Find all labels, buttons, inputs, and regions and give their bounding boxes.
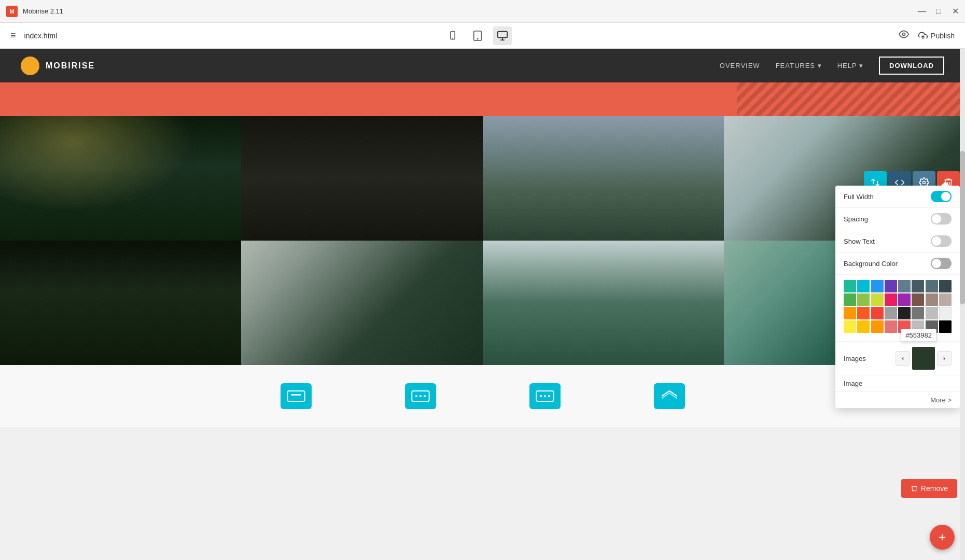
color-swatch[interactable] [939, 293, 952, 306]
color-swatch[interactable] [885, 320, 897, 333]
close-button[interactable]: ✕ [952, 8, 959, 15]
color-swatch[interactable] [912, 293, 924, 306]
spacing-row: Spacing [835, 208, 960, 230]
color-swatch[interactable] [939, 307, 952, 319]
bottom-section [0, 365, 965, 427]
color-swatch[interactable] [844, 320, 856, 333]
add-fab-button[interactable]: + [930, 525, 955, 550]
svg-rect-18 [287, 391, 304, 401]
images-label: Images [844, 355, 866, 362]
svg-line-14 [26, 62, 27, 63]
color-swatch[interactable] [885, 293, 897, 306]
svg-rect-19 [291, 394, 301, 396]
gallery-cell-6 [241, 241, 482, 365]
color-swatch[interactable] [898, 293, 911, 306]
color-swatch[interactable] [857, 293, 870, 306]
color-swatch[interactable] [926, 293, 938, 306]
more-link[interactable]: More > [835, 392, 960, 408]
show-text-toggle[interactable] [931, 235, 952, 247]
teal-icon-1 [281, 383, 312, 409]
color-swatch[interactable] [871, 320, 884, 333]
color-palette [844, 280, 952, 333]
mobile-view-button[interactable] [443, 26, 462, 45]
images-controls: ‹ › [896, 347, 952, 370]
fab-icon: + [939, 530, 946, 544]
bg-color-row: Background Color [835, 253, 960, 275]
color-swatch[interactable] [871, 280, 884, 292]
svg-point-27 [548, 395, 550, 397]
publish-label: Publish [931, 32, 955, 40]
color-swatch[interactable] [939, 320, 952, 333]
color-swatch[interactable] [844, 280, 856, 292]
remove-button[interactable]: Remove [901, 479, 957, 498]
images-prev-button[interactable]: ‹ [896, 351, 910, 366]
icon-item-2 [405, 383, 436, 409]
color-swatch[interactable] [926, 280, 938, 292]
scrollbar-thumb[interactable] [960, 151, 965, 304]
color-hex-tooltip: #553982 [901, 329, 936, 342]
site-logo-text: MOBIRISE [46, 61, 95, 71]
teal-icon-2 [405, 383, 436, 409]
full-width-toggle[interactable] [931, 191, 952, 202]
spacing-label: Spacing [844, 215, 868, 223]
svg-point-21 [415, 395, 417, 397]
color-swatch[interactable] [871, 293, 884, 306]
svg-line-17 [26, 68, 27, 70]
svg-point-25 [540, 395, 542, 397]
download-button[interactable]: DOWNLOAD [879, 57, 944, 75]
tablet-view-button[interactable] [468, 26, 487, 45]
site-logo-icon [21, 57, 39, 75]
color-swatch[interactable] [926, 307, 938, 319]
color-swatch[interactable] [912, 307, 924, 319]
image-label-row: Image [835, 375, 960, 392]
color-swatch[interactable] [857, 280, 870, 292]
spacing-toggle[interactable] [931, 213, 952, 225]
svg-point-7 [903, 33, 905, 36]
hamburger-icon[interactable]: ≡ [10, 30, 16, 41]
svg-line-15 [33, 68, 34, 70]
color-swatch[interactable] [857, 307, 870, 319]
minimize-button[interactable]: — [918, 8, 926, 15]
color-swatch[interactable] [857, 320, 870, 333]
color-swatch[interactable] [885, 280, 897, 292]
striped-section [737, 82, 965, 116]
scrollbar-track[interactable] [960, 49, 965, 560]
toolbar: ≡ index.html Publish [0, 23, 965, 49]
color-swatch[interactable] [844, 293, 856, 306]
site-nav-links: OVERVIEW FEATURES ▾ HELP ▾ DOWNLOAD [720, 57, 944, 75]
images-next-button[interactable]: › [937, 351, 952, 366]
window-controls: — □ ✕ [918, 8, 959, 15]
nav-features[interactable]: FEATURES ▾ [776, 62, 822, 69]
color-swatch[interactable] [871, 307, 884, 319]
file-name: index.html [24, 32, 58, 40]
maximize-button[interactable]: □ [935, 8, 942, 15]
image-thumbnail-1[interactable] [912, 347, 935, 370]
color-swatch[interactable] [898, 307, 911, 319]
website-content: MOBIRISE OVERVIEW FEATURES ▾ HELP ▾ DOWN… [0, 49, 965, 560]
image-label: Image [844, 380, 862, 387]
svg-point-28 [923, 181, 926, 184]
svg-point-22 [419, 395, 422, 397]
images-section: Images ‹ › [835, 342, 960, 375]
toolbar-left: ≡ index.html [10, 30, 57, 41]
site-logo: MOBIRISE [21, 57, 95, 75]
svg-rect-4 [498, 31, 507, 37]
color-swatch[interactable] [898, 280, 911, 292]
gallery-cell-7 [483, 241, 724, 365]
icon-item-1 [281, 383, 312, 409]
nav-help[interactable]: HELP ▾ [837, 62, 863, 69]
color-swatch[interactable] [912, 280, 924, 292]
nav-overview[interactable]: OVERVIEW [720, 62, 760, 69]
color-swatch[interactable] [844, 307, 856, 319]
remove-label: Remove [921, 484, 948, 493]
color-swatch[interactable] [885, 307, 897, 319]
bg-color-toggle[interactable] [931, 258, 952, 269]
color-swatch[interactable] [939, 280, 952, 292]
toolbar-right: Publish [898, 29, 955, 42]
svg-point-1 [452, 38, 453, 39]
svg-point-26 [544, 395, 546, 397]
desktop-view-button[interactable] [493, 26, 512, 45]
preview-button[interactable] [898, 29, 910, 42]
publish-button[interactable]: Publish [918, 31, 955, 40]
site-navbar: MOBIRISE OVERVIEW FEATURES ▾ HELP ▾ DOWN… [0, 49, 965, 82]
